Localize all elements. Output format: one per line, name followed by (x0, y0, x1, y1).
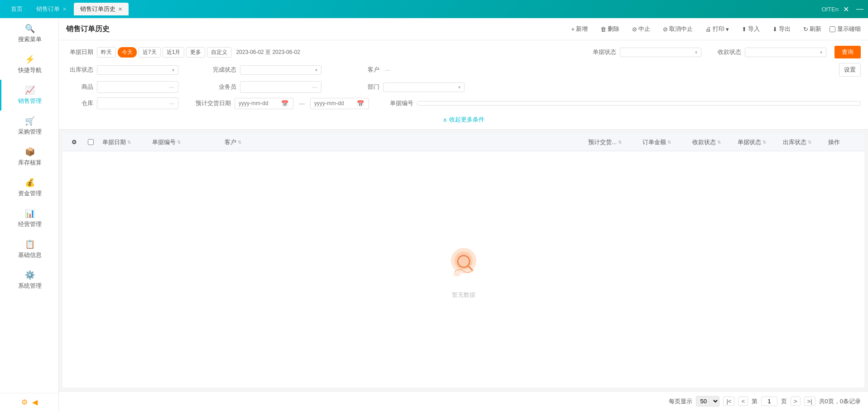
doc-status-select[interactable]: ▾ (620, 48, 701, 57)
delete-button[interactable]: 🗑 删除 (596, 23, 624, 35)
sort-no-icon: ⇅ (177, 140, 181, 145)
settings-bottom-icon[interactable]: ⚙ (21, 398, 28, 406)
page-header: 销售订单历史 + 新增 🗑 删除 ⊘ 中止 ⊘ 取消中止 (59, 18, 868, 40)
collapse-more-btn[interactable]: ∧ 收起更多条件 (66, 114, 861, 124)
status-filter-label: 单据状态 (589, 48, 616, 56)
goods-filter-label: 商品 (66, 83, 93, 91)
import-button[interactable]: ⬆ 导入 (737, 23, 764, 35)
page-number-input[interactable] (761, 396, 777, 406)
sidebar-item-inventory[interactable]: 📦 库存核算 (0, 141, 58, 172)
date-btn-1month[interactable]: 近1月 (163, 47, 185, 58)
sidebar-label-operations: 经营管理 (18, 220, 42, 228)
th-receipt[interactable]: 收款状态 ⇅ (689, 138, 734, 146)
close-tab-sales-order-icon[interactable]: ✕ (62, 6, 67, 12)
per-page-select[interactable]: 50 20 100 (696, 396, 719, 406)
th-no[interactable]: 单据编号 ⇅ (149, 138, 221, 146)
table-header: ⚙ 单据日期 ⇅ 单据编号 ⇅ 客户 ⇅ 预计交货... (62, 133, 864, 151)
th-date[interactable]: 单据日期 ⇅ (99, 138, 149, 146)
delivery-date-end-input[interactable]: 📅 (310, 98, 369, 109)
sidebar-item-purchase[interactable]: 🛒 采购管理 (0, 111, 58, 141)
date-filter-label: 单据日期 (66, 48, 93, 56)
stop-button[interactable]: ⊘ 中止 (628, 23, 655, 35)
refresh-button[interactable]: ↻ 刷新 (799, 23, 826, 35)
customer-filter-control: ··· (383, 66, 832, 73)
sidebar-item-finance[interactable]: 💰 资金管理 (0, 172, 58, 203)
collapse-sidebar-icon[interactable]: ◀ (32, 398, 38, 406)
table-settings-icon-cell[interactable]: ⚙ (66, 139, 82, 145)
refresh-icon: ↻ (803, 26, 808, 33)
print-icon: 🖨 (705, 26, 711, 33)
print-dropdown-icon: ▾ (726, 26, 729, 33)
settings-button[interactable]: 设置 (839, 63, 861, 77)
toolbar: + 新增 🗑 删除 ⊘ 中止 ⊘ 取消中止 🖨 打印 (566, 23, 861, 35)
date-btn-custom[interactable]: 自定义 (207, 47, 231, 58)
delivery-date-start-calendar-icon[interactable]: 📅 (281, 100, 288, 107)
window-minimize-icon[interactable]: — (856, 5, 863, 13)
next-page-btn[interactable]: > (791, 396, 801, 406)
sidebar-item-sales[interactable]: 📈 销售管理 (0, 80, 58, 111)
date-btn-yesterday[interactable]: 昨天 (97, 47, 116, 58)
prev-page-btn[interactable]: < (738, 396, 748, 406)
sidebar-bottom: ⚙ ◀ (0, 393, 58, 411)
export-button[interactable]: ⬇ 导出 (768, 23, 795, 35)
page-title: 销售订单历史 (66, 24, 110, 34)
query-btn-group: 查询 (834, 46, 861, 58)
sidebar-label-search: 搜索菜单 (18, 35, 42, 44)
delivery-date-start-input[interactable]: 📅 (235, 98, 293, 109)
salesman-select-icon[interactable]: ··· (312, 83, 317, 91)
sidebar-item-search[interactable]: 🔍 搜索菜单 (0, 18, 58, 49)
outstock-filter-label: 出库状态 (66, 66, 93, 74)
receipt-status-select[interactable]: ▾ (745, 48, 826, 57)
th-outstock[interactable]: 出库状态 ⇅ (779, 138, 825, 146)
date-filter-control: 昨天 今天 近7天 近1月 更多 自定义 2023-06-02 至 2023-0… (97, 47, 567, 58)
warehouse-filter-label: 仓库 (66, 99, 93, 107)
complete-select[interactable]: ▾ (240, 65, 321, 75)
customer-filter-label: 客户 (352, 66, 379, 74)
warehouse-select-icon[interactable]: ··· (169, 100, 174, 107)
tab-bar: 首页 销售订单 ✕ 销售订单历史 ✕ (5, 3, 821, 15)
th-amount[interactable]: 订单金额 ⇅ (639, 138, 689, 146)
doc-no-input[interactable] (417, 101, 861, 106)
sidebar-label-basic-info: 基础信息 (18, 251, 42, 259)
sort-status-icon: ⇅ (762, 140, 766, 145)
tab-sales-order[interactable]: 销售订单 ✕ (30, 3, 73, 15)
goods-select-icon[interactable]: ··· (169, 83, 174, 91)
dept-select[interactable]: ▾ (383, 82, 465, 92)
tab-sales-order-history[interactable]: 销售订单历史 ✕ (74, 3, 129, 15)
window-close-icon[interactable]: ✕ (843, 5, 849, 14)
print-button[interactable]: 🖨 打印 ▾ (701, 23, 734, 35)
display-cols-checkbox[interactable] (830, 26, 835, 32)
finance-icon: 💰 (25, 178, 35, 188)
customer-select-icon[interactable]: ··· (385, 66, 390, 73)
sidebar-label-finance: 资金管理 (18, 189, 42, 198)
outstock-dropdown-icon: ▾ (172, 68, 174, 73)
sidebar-item-basic-info[interactable]: 📋 基础信息 (0, 234, 58, 265)
table-select-all-cell[interactable] (82, 139, 99, 145)
new-button[interactable]: + 新增 (566, 23, 592, 35)
select-all-checkbox[interactable] (88, 139, 94, 145)
th-customer[interactable]: 客户 ⇅ (221, 138, 585, 146)
date-btn-7days[interactable]: 近7天 (139, 47, 161, 58)
delivery-date-end-calendar-icon[interactable]: 📅 (357, 100, 364, 107)
date-btn-today[interactable]: 今天 (118, 47, 137, 58)
sidebar-item-quick-nav[interactable]: ⚡ 快捷导航 (0, 49, 58, 80)
th-delivery[interactable]: 预计交货... ⇅ (585, 138, 639, 146)
tab-home[interactable]: 首页 (5, 3, 29, 15)
basic-info-icon: 📋 (25, 239, 35, 249)
last-page-btn[interactable]: >| (804, 396, 815, 406)
query-button[interactable]: 查询 (834, 46, 861, 58)
delivery-date-start-field[interactable] (239, 100, 279, 106)
delivery-date-end-field[interactable] (314, 100, 355, 106)
cancel-stop-button[interactable]: ⊘ 取消中止 (658, 23, 697, 35)
first-page-btn[interactable]: |< (723, 396, 734, 406)
page-unit-label: 页 (781, 397, 787, 406)
sort-amount-icon: ⇅ (667, 140, 671, 145)
close-tab-sales-history-icon[interactable]: ✕ (118, 6, 122, 12)
sidebar-item-operations[interactable]: 📊 经营管理 (0, 203, 58, 234)
sidebar-item-system[interactable]: ⚙️ 系统管理 (0, 265, 58, 295)
date-range-text: 2023-06-02 至 2023-06-02 (236, 48, 300, 56)
per-page-label: 每页显示 (669, 397, 692, 406)
date-btn-more[interactable]: 更多 (186, 47, 205, 58)
outstock-select[interactable]: ▾ (97, 65, 178, 75)
th-status[interactable]: 单据状态 ⇅ (734, 138, 779, 146)
